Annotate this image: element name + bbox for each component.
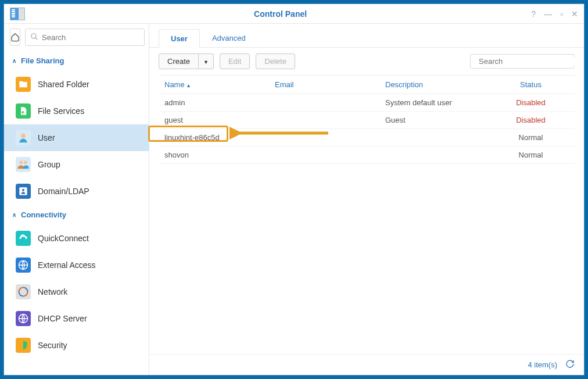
table-row[interactable]: linuxhint-e86c5dNormal — [159, 129, 575, 146]
svg-point-6 — [22, 189, 24, 191]
cell-description: System default user — [379, 94, 487, 111]
search-icon — [30, 33, 38, 42]
close-icon[interactable]: ✕ — [571, 9, 578, 19]
main-content: User Advanced Create ▼ Edit Delete Name▴ — [149, 24, 584, 375]
column-header-name[interactable]: Name▴ — [159, 76, 269, 94]
chevron-up-icon: ∧ — [12, 212, 16, 218]
table-header: Name▴ Email Description Status — [159, 75, 575, 94]
svg-point-2 — [21, 134, 26, 138]
sidebar-item-label: Security — [38, 341, 67, 350]
titlebar: Control Panel ? — ▫ ✕ — [4, 4, 584, 24]
sidebar-item-file-services[interactable]: File Services — [4, 98, 149, 124]
sidebar-item-user[interactable]: User — [4, 124, 149, 151]
cell-email — [269, 146, 379, 163]
sidebar-item-label: QuickConnect — [38, 234, 89, 243]
sidebar-item-shared-folder[interactable]: Shared Folder — [4, 71, 149, 98]
help-icon[interactable]: ? — [531, 9, 536, 19]
group-icon — [16, 157, 31, 172]
sidebar-item-label: External Access — [38, 260, 96, 270]
sidebar-item-quickconnect[interactable]: QuickConnect — [4, 225, 149, 252]
toolbar-search[interactable] — [470, 54, 575, 69]
svg-point-0 — [31, 33, 36, 38]
cell-name: shovon — [159, 146, 269, 163]
tab-user[interactable]: User — [159, 29, 200, 48]
sort-asc-icon: ▴ — [187, 82, 190, 88]
chevron-up-icon: ∧ — [12, 58, 16, 64]
maximize-icon[interactable]: ▫ — [560, 9, 563, 19]
cell-description — [379, 146, 487, 163]
sidebar-item-group[interactable]: Group — [4, 151, 149, 178]
window-title: Control Panel — [30, 9, 531, 19]
cell-status: Normal — [487, 146, 575, 163]
chevron-down-icon: ▼ — [203, 59, 209, 65]
sidebar-item-network[interactable]: Network — [4, 278, 149, 305]
security-icon — [16, 338, 31, 353]
app-icon — [10, 8, 25, 20]
sidebar-item-label: DHCP Server — [38, 314, 87, 323]
sidebar-item-security[interactable]: Security — [4, 332, 149, 359]
user-table: Name▴ Email Description Status adminSyst… — [149, 75, 584, 354]
cell-email — [269, 112, 379, 128]
sidebar-item-dhcp-server[interactable]: DHCP Server — [4, 305, 149, 332]
quickconnect-icon — [16, 231, 31, 246]
toolbar-search-input[interactable] — [479, 57, 576, 66]
cell-email — [269, 94, 379, 111]
section-label: Connectivity — [21, 210, 66, 219]
sidebar-item-label: Group — [38, 160, 60, 169]
table-body: adminSystem default userDisabledguestGue… — [159, 94, 575, 354]
tab-advanced[interactable]: Advanced — [200, 28, 258, 47]
column-header-status[interactable]: Status — [487, 76, 575, 94]
network-icon — [16, 284, 31, 299]
tabs: User Advanced — [149, 24, 584, 48]
shared-folder-icon — [16, 77, 31, 92]
sidebar-search-input[interactable] — [42, 33, 139, 42]
user-icon — [16, 130, 31, 145]
window-controls: ? — ▫ ✕ — [531, 9, 578, 19]
sidebar-item-domain-ldap[interactable]: Domain/LDAP — [4, 178, 149, 205]
cell-status: Disabled — [487, 112, 575, 128]
sidebar-item-label: Domain/LDAP — [38, 187, 89, 196]
footer: 4 item(s) — [149, 354, 584, 375]
sidebar: ∧ File Sharing Shared Folder File Servic… — [4, 24, 149, 375]
sidebar-item-label: File Services — [38, 106, 84, 116]
edit-button[interactable]: Edit — [220, 53, 250, 69]
svg-line-1 — [35, 37, 38, 40]
cell-description — [379, 129, 487, 146]
cell-email — [269, 129, 379, 146]
create-button[interactable]: Create — [159, 53, 199, 69]
cell-name: guest — [159, 112, 269, 128]
cell-status: Disabled — [487, 94, 575, 111]
section-connectivity[interactable]: ∧ Connectivity — [4, 205, 149, 225]
domain-ldap-icon — [16, 184, 31, 199]
file-services-icon — [16, 103, 31, 119]
sidebar-search[interactable] — [25, 28, 145, 46]
column-header-description[interactable]: Description — [379, 76, 487, 94]
toolbar: Create ▼ Edit Delete — [149, 48, 584, 75]
refresh-button[interactable] — [565, 359, 575, 370]
svg-point-4 — [24, 160, 27, 164]
section-file-sharing[interactable]: ∧ File Sharing — [4, 51, 149, 71]
sidebar-item-label: Network — [38, 287, 67, 296]
sidebar-item-external-access[interactable]: External Access — [4, 252, 149, 278]
cell-status: Normal — [487, 129, 575, 146]
item-count: 4 item(s) — [528, 360, 557, 369]
home-button[interactable] — [10, 28, 20, 46]
create-dropdown-button[interactable]: ▼ — [199, 53, 214, 69]
dhcp-server-icon — [16, 311, 31, 326]
sidebar-item-label: Shared Folder — [38, 80, 89, 89]
delete-button[interactable]: Delete — [256, 53, 295, 69]
sidebar-item-label: User — [38, 133, 55, 142]
svg-point-3 — [19, 160, 23, 164]
cell-description: Guest — [379, 112, 487, 128]
refresh-icon — [565, 359, 575, 369]
minimize-icon[interactable]: — — [544, 9, 552, 19]
cell-name: linuxhint-e86c5d — [159, 129, 269, 146]
create-button-group: Create ▼ — [159, 53, 214, 69]
home-icon — [10, 33, 20, 42]
control-panel-window: Control Panel ? — ▫ ✕ — [3, 3, 585, 376]
table-row[interactable]: adminSystem default userDisabled — [159, 94, 575, 112]
section-label: File Sharing — [21, 56, 64, 65]
table-row[interactable]: shovonNormal — [159, 146, 575, 164]
column-header-email[interactable]: Email — [269, 76, 379, 94]
table-row[interactable]: guestGuestDisabled — [159, 112, 575, 129]
